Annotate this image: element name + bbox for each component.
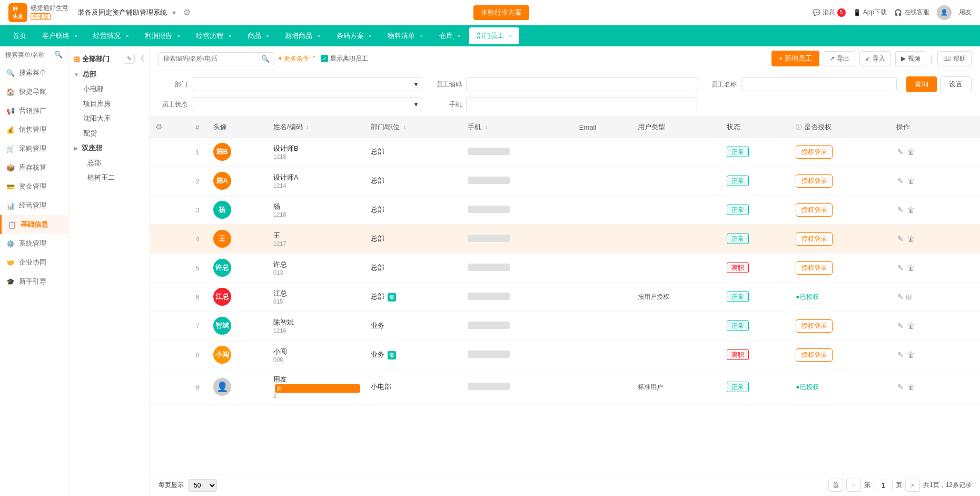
close-tab-icon[interactable]: × (228, 33, 231, 39)
nav-tab[interactable]: 条码方案× (329, 27, 379, 44)
avatar[interactable]: 👤 (937, 5, 952, 20)
first-page-button[interactable]: 首 (828, 479, 843, 492)
main-search-input[interactable] (163, 55, 258, 62)
authorize-button[interactable]: 授权登录 (796, 203, 833, 217)
sidebar-item[interactable]: 🤝企业协同 (0, 253, 68, 272)
delete-button[interactable]: 🗑 (907, 351, 915, 359)
authorize-button[interactable]: 授权登录 (796, 232, 833, 246)
resigned-checkbox[interactable]: ✓ (321, 55, 328, 62)
close-tab-icon[interactable]: × (420, 33, 423, 39)
dept-tree-item[interactable]: ▶双座想 (68, 141, 150, 155)
emp-status-select[interactable]: ▾ (192, 98, 422, 111)
set-button[interactable]: 设置 (940, 76, 972, 92)
message-button[interactable]: 💬 消息 5 (813, 8, 846, 17)
edit-button[interactable]: ✎ (897, 235, 904, 243)
dept-tree-item[interactable]: 沈阳大库 (68, 111, 150, 126)
edit-button[interactable]: ✎ (897, 351, 904, 359)
sidebar-item[interactable]: 🛒采购管理 (0, 139, 68, 158)
sidebar-item[interactable]: 💰销售管理 (0, 120, 68, 139)
phone-sort-icon[interactable]: ↕ (485, 124, 488, 130)
sidebar-search-box[interactable]: 🔍 (0, 46, 68, 63)
sidebar-item[interactable]: 📢营销推广 (0, 101, 68, 120)
dept-edit-button[interactable]: ✎ (124, 54, 135, 64)
query-button[interactable]: 查询 (906, 76, 937, 92)
trial-button[interactable]: 体验行业方案 (473, 5, 529, 20)
more-filter-button[interactable]: ▾ 更多条件 ⌃ (279, 54, 316, 63)
search-box[interactable]: 🔍 (159, 52, 274, 65)
nav-tab[interactable]: 仓库× (432, 27, 468, 44)
close-tab-icon[interactable]: × (177, 33, 180, 39)
sidebar-item[interactable]: 📊经营管理 (0, 196, 68, 215)
delete-button[interactable]: 🗑 (907, 235, 915, 243)
dept-filter-select[interactable]: ▾ (192, 77, 422, 91)
edit-button[interactable]: ✎ (897, 264, 904, 272)
sidebar-search-input[interactable] (5, 51, 52, 59)
page-size-select[interactable]: 50 100 200 (188, 479, 217, 492)
edit-button[interactable]: ✎ (897, 148, 904, 156)
nav-tab[interactable]: 利润报告× (137, 27, 187, 44)
sidebar-item[interactable]: 📋基础信息 (0, 215, 68, 234)
next-page-button[interactable]: ＞ (905, 479, 920, 492)
nav-tab[interactable]: 经营情况× (86, 27, 136, 44)
nav-tab[interactable]: 物料清单× (380, 27, 430, 44)
prev-page-button[interactable]: ＜ (846, 479, 861, 492)
phone-input[interactable] (466, 98, 697, 111)
sort-icon[interactable]: ↕ (306, 124, 309, 130)
dept-tree-item[interactable]: ▼总部 (68, 67, 150, 82)
online-service-button[interactable]: 🎧 在线客服 (894, 8, 929, 17)
edit-button[interactable]: ✎ (897, 322, 904, 330)
dept-tree-item[interactable]: 项目库房 (68, 96, 150, 111)
dept-tree-item[interactable]: 配货 (68, 126, 150, 141)
import-button[interactable]: ↙ 导入 (859, 51, 891, 66)
system-title-dropdown[interactable]: ▾ (172, 8, 176, 17)
delete-button[interactable]: 🗑 (907, 383, 915, 391)
authorize-button[interactable]: 授权登录 (796, 348, 833, 362)
dept-sort-icon[interactable]: ↕ (403, 124, 406, 130)
app-download-button[interactable]: 📱 App下载 (853, 8, 887, 17)
settings-icon[interactable]: ⚙ (183, 7, 191, 17)
nav-tab[interactable]: 商品× (240, 27, 276, 44)
edit-button[interactable]: ✎ (897, 177, 904, 185)
nav-tab[interactable]: 首页 (5, 27, 34, 44)
add-employee-button[interactable]: + 新增员工 (771, 51, 819, 66)
delete-button[interactable]: 🗑 (907, 148, 915, 156)
close-tab-icon[interactable]: × (369, 33, 372, 39)
sidebar-item[interactable]: 🔍搜索菜单 (0, 63, 68, 82)
emp-name-input[interactable] (741, 77, 897, 91)
nav-tab[interactable]: 经营历程× (189, 27, 239, 44)
nav-tab[interactable]: 部门员工× (469, 27, 519, 44)
nav-tab[interactable]: 新增商品× (278, 27, 328, 44)
edit-button[interactable]: ✎ (897, 206, 904, 214)
delete-button[interactable]: 🗑 (907, 264, 915, 272)
dept-tree-item[interactable]: 植树王二 (68, 170, 150, 185)
help-button[interactable]: 📖 帮助 (937, 51, 972, 66)
dept-collapse-button[interactable]: 《 (137, 54, 144, 64)
close-tab-icon[interactable]: × (509, 33, 512, 39)
edit-button[interactable]: ✎ (897, 293, 904, 301)
close-tab-icon[interactable]: × (317, 33, 320, 39)
authorize-button[interactable]: 授权登录 (796, 319, 833, 333)
col-settings-icon[interactable]: ⚙ (155, 122, 162, 131)
authorize-button[interactable]: 授权登录 (796, 174, 833, 188)
delete-button[interactable]: 🗑 (907, 177, 915, 185)
export-button[interactable]: ↗ 导出 (824, 51, 855, 66)
copy-button[interactable]: ⊞ (906, 293, 912, 301)
show-resigned-toggle[interactable]: ✓ 显示离职员工 (321, 54, 368, 63)
sidebar-item[interactable]: ⚙️系统管理 (0, 234, 68, 253)
col-settings[interactable]: ⚙ (150, 117, 187, 138)
sidebar-item[interactable]: 💳资金管理 (0, 177, 68, 196)
dept-all-label[interactable]: 全部部门 (82, 54, 110, 64)
delete-button[interactable]: 🗑 (907, 206, 915, 214)
sidebar-item[interactable]: 📦库存核算 (0, 158, 68, 177)
authorize-button[interactable]: 授权登录 (796, 261, 833, 275)
sidebar-item[interactable]: 🏠快捷导航 (0, 82, 68, 101)
close-tab-icon[interactable]: × (458, 33, 461, 39)
nav-tab[interactable]: 客户联络× (35, 27, 85, 44)
delete-button[interactable]: 🗑 (907, 322, 915, 330)
close-tab-icon[interactable]: × (266, 33, 269, 39)
close-tab-icon[interactable]: × (74, 33, 77, 39)
dept-tree-item[interactable]: 小电部 (68, 82, 150, 96)
authorize-button[interactable]: 授权登录 (796, 145, 833, 159)
video-button[interactable]: ▶ 视频 (895, 51, 926, 66)
sidebar-item[interactable]: 🎓新手引导 (0, 272, 68, 291)
